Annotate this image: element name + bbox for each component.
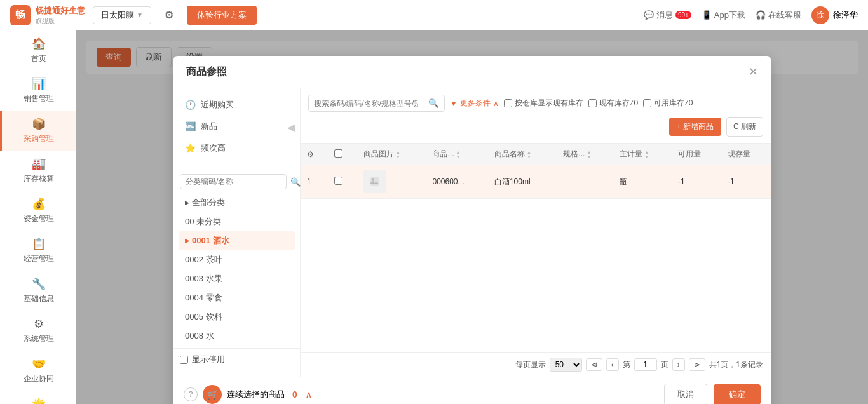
show-disabled-checkbox[interactable] <box>180 356 188 364</box>
sidebar-item-guide[interactable]: 🌟 新手引导 <box>0 391 76 404</box>
footer-collapse-button[interactable]: ∧ <box>305 389 313 401</box>
sidebar-item-enterprise[interactable]: 🤝 企业协同 <box>0 351 76 391</box>
sidebar-label-inventory: 库存核算 <box>24 173 54 184</box>
show-disabled-label: 显示停用 <box>192 354 225 365</box>
checkbox-warehouse[interactable]: 按仓库显示现有库存 <box>504 98 583 109</box>
sidebar-item-system[interactable]: ⚙ 系统管理 <box>0 311 76 351</box>
message-item[interactable]: 💬 消息 99+ <box>644 10 691 21</box>
cat-4[interactable]: 0004 零食 <box>179 288 295 307</box>
home-icon: 🏠 <box>32 37 46 51</box>
trial-button[interactable]: 体验行业方案 <box>187 6 257 25</box>
per-page-label: 每页显示 <box>515 360 546 370</box>
cat-4-label: 0004 零食 <box>185 292 222 304</box>
col-settings[interactable]: ⚙ <box>301 144 328 165</box>
add-product-button[interactable]: + 新增商品 <box>669 118 721 136</box>
checkbox-avail-ne0[interactable]: 可用库存≠0 <box>643 98 693 109</box>
table-refresh-button[interactable]: C 刷新 <box>726 117 763 137</box>
modal-footer: ? 🛒 连续选择的商品 0 ∧ 取消 确定 <box>173 377 771 404</box>
cat-all[interactable]: ▶ 全部分类 <box>179 193 295 212</box>
user-area[interactable]: 徐 徐泽华 <box>811 6 858 24</box>
sidebar-item-home[interactable]: 🏠 首页 <box>0 30 76 71</box>
prev-page-button[interactable]: ‹ <box>606 358 619 371</box>
sidebar-label-home: 首页 <box>31 53 46 64</box>
cancel-button[interactable]: 取消 <box>664 384 707 404</box>
help-icon[interactable]: ? <box>184 387 198 401</box>
left-panel-collapse[interactable]: ◀ <box>287 121 295 133</box>
sidebar-item-operation[interactable]: 📋 经营管理 <box>0 231 76 271</box>
cat-tree: ▶ 全部分类 00 未分类 ▶ 0001 酒水 0002 茶 <box>173 193 300 348</box>
col-unit-sort[interactable]: 主计量 ▲▼ <box>620 149 649 159</box>
page-label: 第 <box>623 360 630 370</box>
confirm-button[interactable]: 确定 <box>714 384 761 404</box>
col-stock: 现存量 <box>721 144 771 165</box>
avail-ne0-checkbox[interactable] <box>643 99 651 107</box>
next-page-button[interactable]: › <box>672 358 685 371</box>
row-checkbox[interactable] <box>334 177 342 185</box>
product-search-input[interactable] <box>309 96 423 111</box>
col-code: 商品... ▲▼ <box>426 144 487 165</box>
cat-search-input[interactable] <box>180 174 287 189</box>
nav-new[interactable]: 🆕 新品 <box>179 116 295 137</box>
show-disabled-row[interactable]: 显示停用 <box>173 348 300 370</box>
last-page-button[interactable]: ⊳ <box>689 358 705 371</box>
sort-arrows-spec: ▲▼ <box>587 150 591 159</box>
message-label: 消息 <box>656 10 673 21</box>
page-input[interactable] <box>634 358 657 371</box>
warehouse-label: 按仓库显示现有库存 <box>515 98 583 109</box>
username: 徐泽华 <box>833 10 858 21</box>
cat-2[interactable]: 0002 茶叶 <box>179 250 295 269</box>
cat-1[interactable]: ▶ 0001 酒水 <box>179 231 295 250</box>
first-page-button[interactable]: ⊲ <box>586 358 602 371</box>
service-item[interactable]: 🎧 在线客服 <box>756 10 801 21</box>
checkbox-stock-ne0[interactable]: 现有库存≠0 <box>588 98 638 109</box>
sidebar-item-finance[interactable]: 💰 资金管理 <box>0 191 76 231</box>
message-icon: 💬 <box>644 10 654 20</box>
sidebar-item-inventory[interactable]: 🏭 库存核算 <box>0 151 76 191</box>
per-page-select[interactable]: 50 10 20 100 <box>550 358 582 372</box>
col-spec-sort[interactable]: 规格... ▲▼ <box>563 149 591 159</box>
product-search-button[interactable]: 🔍 <box>423 95 444 111</box>
nav-select-arrow: ▼ <box>137 11 143 18</box>
cat-6[interactable]: 0008 水 <box>179 327 295 346</box>
sort-arrows-unit: ▲▼ <box>644 150 649 159</box>
col-img-sort[interactable]: 商品图片 ▲▼ <box>363 149 400 159</box>
nav-frequent[interactable]: ⭐ 频次高 <box>179 138 295 158</box>
pagination: 每页显示 50 10 20 100 ⊲ ‹ 第 页 <box>301 352 771 377</box>
cat-0[interactable]: 00 未分类 <box>179 212 295 231</box>
cell-img <box>357 165 426 199</box>
col-name-sort[interactable]: 商品名称 ▲▼ <box>494 149 531 159</box>
cell-stock: -1 <box>721 165 771 199</box>
sidebar-item-sales[interactable]: 📊 销售管理 <box>0 71 76 111</box>
nav-frequent-label: 频次高 <box>201 142 226 154</box>
svg-point-1 <box>372 178 374 181</box>
modal-close-button[interactable]: ✕ <box>749 65 758 79</box>
modal-header: 商品参照 ✕ <box>173 56 771 88</box>
avatar: 徐 <box>811 6 829 24</box>
headset-icon: 🎧 <box>756 10 766 20</box>
sidebar-label-system: 系统管理 <box>24 333 54 344</box>
selected-count: 0 <box>292 389 297 400</box>
sidebar-item-purchase[interactable]: 📦 采购管理 <box>0 111 76 151</box>
stock-ne0-checkbox[interactable] <box>588 99 597 107</box>
nav-recent[interactable]: 🕐 近期购买 <box>179 95 295 115</box>
cat-3[interactable]: 0003 水果 <box>179 269 295 288</box>
cart-button[interactable]: 🛒 <box>203 385 222 404</box>
service-label: 在线客服 <box>768 10 801 21</box>
nav-select[interactable]: 日太阳膜 ▼ <box>93 6 151 24</box>
sidebar-label-purchase: 采购管理 <box>24 133 54 144</box>
table-body: 1 000600... 白酒100ml <box>301 165 771 199</box>
filter-button[interactable]: ▼ 更多条件 ∧ <box>450 98 499 109</box>
cat-search-icon[interactable]: 🔍 <box>290 177 301 187</box>
select-all-checkbox[interactable] <box>334 149 342 158</box>
selected-label: 连续选择的商品 <box>227 389 285 400</box>
cell-name: 白酒100ml <box>488 165 557 199</box>
nav-select-text: 日太阳膜 <box>101 10 134 21</box>
app-download-item[interactable]: 📱 App下载 <box>702 10 745 21</box>
cat-5[interactable]: 0005 饮料 <box>179 307 295 327</box>
sidebar-item-basic[interactable]: 🔧 基础信息 <box>0 271 76 311</box>
table-row[interactable]: 1 000600... 白酒100ml <box>301 165 771 199</box>
sidebar-label-basic: 基础信息 <box>24 293 54 304</box>
gear-button[interactable]: ⚙ <box>159 5 179 25</box>
col-code-sort[interactable]: 商品... ▲▼ <box>432 149 460 159</box>
warehouse-checkbox[interactable] <box>504 99 512 107</box>
